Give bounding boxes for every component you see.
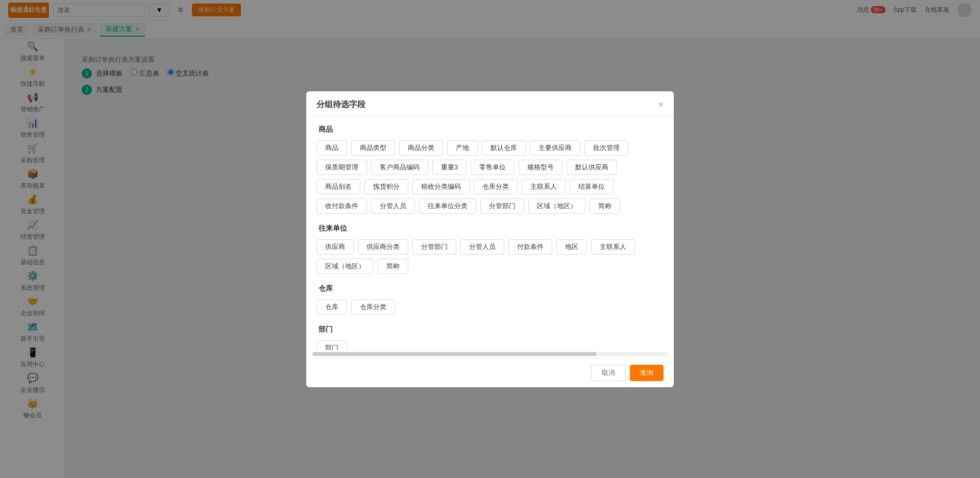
section-goods: 商品 商品商品类型商品分类产地默认仓库主要供应商批次管理保质期管理客户商品编码重…: [316, 125, 664, 214]
field-tag-goods-fields-12[interactable]: 默认供应商: [567, 160, 617, 175]
field-tag-goods-fields-5[interactable]: 主要供应商: [530, 140, 580, 156]
field-tag-goods-fields-24[interactable]: 简称: [590, 198, 620, 214]
field-tag-goods-fields-22[interactable]: 分管部门: [480, 198, 524, 214]
field-tag-goods-fields-3[interactable]: 产地: [447, 140, 478, 156]
field-tag-warehouse-fields-0[interactable]: 仓库: [316, 299, 347, 315]
field-tag-partner-fields-6[interactable]: 主联系人: [591, 239, 635, 255]
field-tag-goods-fields-23[interactable]: 区域（地区）: [528, 198, 585, 214]
field-tag-goods-fields-15[interactable]: 税收分类编码: [412, 179, 470, 194]
field-tag-goods-fields-9[interactable]: 重量3: [432, 160, 467, 175]
h-scrollbar[interactable]: [312, 352, 668, 356]
field-tag-goods-fields-16[interactable]: 仓库分类: [474, 179, 518, 194]
field-tag-goods-fields-13[interactable]: 商品别名: [316, 179, 360, 194]
section-department: 部门 部门: [316, 325, 664, 350]
field-tag-partner-fields-0[interactable]: 供应商: [316, 239, 354, 255]
field-selection-dialog: 分组待选字段 × 商品 商品商品类型商品分类产地默认仓库主要供应商批次管理保质期…: [306, 91, 674, 387]
field-tag-goods-fields-21[interactable]: 往来单位分类: [419, 198, 476, 214]
section-partner: 往来单位 供应商供应商分类分管部门分管人员付款条件地区主联系人区域（地区）简称: [316, 224, 664, 274]
dialog-title: 分组待选字段: [316, 99, 365, 110]
field-tag-goods-fields-4[interactable]: 默认仓库: [482, 140, 526, 156]
field-tag-partner-fields-2[interactable]: 分管部门: [412, 239, 456, 255]
section-department-title: 部门: [316, 325, 664, 334]
field-tag-goods-fields-14[interactable]: 拣货积分: [364, 179, 408, 194]
field-tag-goods-fields-8[interactable]: 客户商品编码: [371, 160, 428, 175]
field-tag-partner-fields-4[interactable]: 付款条件: [508, 239, 552, 255]
cancel-button[interactable]: 取消: [591, 365, 626, 381]
dialog-footer: 取消 查询: [306, 358, 674, 387]
section-goods-title: 商品: [316, 125, 664, 134]
section-warehouse-title: 仓库: [316, 284, 664, 293]
field-tag-goods-fields-1[interactable]: 商品类型: [351, 140, 395, 156]
dialog-close-button[interactable]: ×: [658, 99, 664, 110]
dialog-overlay: 分组待选字段 × 商品 商品商品类型商品分类产地默认仓库主要供应商批次管理保质期…: [0, 0, 980, 478]
section-department-fields: 部门: [316, 340, 664, 350]
field-tag-goods-fields-17[interactable]: 主联系人: [522, 179, 566, 194]
h-scrollbar-thumb: [312, 352, 597, 356]
section-partner-title: 往来单位: [316, 224, 664, 233]
field-tag-partner-fields-8[interactable]: 简称: [378, 259, 408, 274]
field-tag-goods-fields-19[interactable]: 收付款条件: [316, 198, 367, 214]
field-tag-warehouse-fields-1[interactable]: 仓库分类: [351, 299, 395, 315]
field-tag-goods-fields-11[interactable]: 规格型号: [519, 160, 562, 175]
confirm-button[interactable]: 查询: [630, 365, 664, 381]
dialog-header: 分组待选字段 ×: [306, 91, 674, 117]
field-tag-goods-fields-0[interactable]: 商品: [316, 140, 347, 156]
field-tag-department-fields-0[interactable]: 部门: [316, 340, 347, 350]
dialog-body: 商品 商品商品类型商品分类产地默认仓库主要供应商批次管理保质期管理客户商品编码重…: [306, 117, 674, 350]
field-tag-partner-fields-7[interactable]: 区域（地区）: [316, 259, 374, 274]
field-tag-goods-fields-6[interactable]: 批次管理: [584, 140, 628, 156]
section-goods-fields: 商品商品类型商品分类产地默认仓库主要供应商批次管理保质期管理客户商品编码重量3零…: [316, 140, 664, 214]
field-tag-goods-fields-20[interactable]: 分管人员: [371, 198, 415, 214]
field-tag-goods-fields-7[interactable]: 保质期管理: [316, 160, 367, 175]
field-tag-partner-fields-1[interactable]: 供应商分类: [358, 239, 408, 255]
section-partner-fields: 供应商供应商分类分管部门分管人员付款条件地区主联系人区域（地区）简称: [316, 239, 664, 274]
field-tag-partner-fields-3[interactable]: 分管人员: [460, 239, 504, 255]
section-warehouse-fields: 仓库仓库分类: [316, 299, 664, 315]
section-warehouse: 仓库 仓库仓库分类: [316, 284, 664, 315]
field-tag-goods-fields-2[interactable]: 商品分类: [399, 140, 443, 156]
h-scrollbar-container: [306, 350, 674, 358]
field-tag-goods-fields-18[interactable]: 结算单位: [570, 179, 614, 194]
field-tag-goods-fields-10[interactable]: 零售单位: [471, 160, 514, 175]
field-tag-partner-fields-5[interactable]: 地区: [556, 239, 587, 255]
